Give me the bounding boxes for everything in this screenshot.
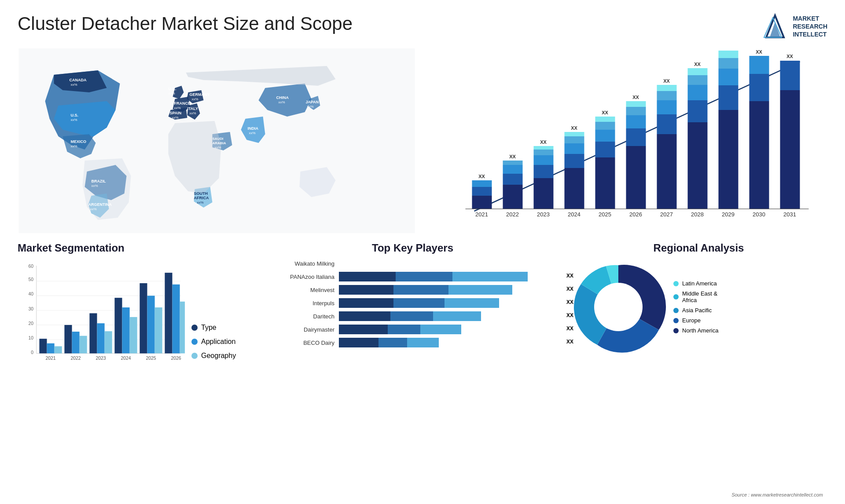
svg-rect-132 <box>105 331 112 353</box>
svg-text:XX: XX <box>663 78 670 84</box>
legend-type: Type <box>191 324 236 332</box>
legend-label-application: Application <box>201 338 235 346</box>
regional-title: Regional Analysis <box>570 242 827 254</box>
svg-text:XX: XX <box>540 139 547 145</box>
svg-rect-56 <box>565 136 584 143</box>
label-north-america: North America <box>682 327 718 334</box>
svg-text:50: 50 <box>28 277 33 282</box>
segmentation-legend: Type Application Geography <box>191 324 236 373</box>
player-name-daritech: Daritech <box>264 313 334 320</box>
svg-text:XX: XX <box>571 125 577 131</box>
svg-text:2031: 2031 <box>783 211 796 218</box>
svg-text:xx%: xx% <box>197 201 204 205</box>
player-bar-melinvest: XX <box>339 285 561 295</box>
svg-rect-45 <box>503 161 523 165</box>
legend-application: Application <box>191 338 236 346</box>
regional-analysis-section: Regional Analysis <box>570 242 827 500</box>
svg-rect-85 <box>719 69 738 85</box>
dot-latin-america <box>673 281 679 286</box>
svg-rect-47 <box>534 178 554 209</box>
svg-rect-72 <box>657 114 677 134</box>
svg-text:XX: XX <box>602 110 608 115</box>
svg-rect-126 <box>64 325 72 354</box>
svg-text:xx%: xx% <box>90 207 97 211</box>
svg-rect-142 <box>165 273 172 353</box>
svg-text:ARGENTINA: ARGENTINA <box>88 202 112 207</box>
svg-text:2027: 2027 <box>660 211 673 218</box>
svg-rect-55 <box>565 143 584 154</box>
svg-rect-136 <box>130 317 137 354</box>
svg-rect-75 <box>657 85 677 91</box>
svg-text:xx%: xx% <box>192 97 198 101</box>
dot-asia-pacific <box>673 308 679 313</box>
svg-rect-69 <box>626 101 646 107</box>
legend-label-geography: Geography <box>201 352 236 360</box>
dot-middle-east <box>673 294 679 299</box>
svg-rect-131 <box>97 323 105 353</box>
svg-rect-80 <box>688 75 708 85</box>
player-name-beco: BECO Dairy <box>264 340 334 346</box>
svg-rect-89 <box>749 101 769 209</box>
svg-rect-78 <box>688 100 708 122</box>
svg-rect-48 <box>534 165 554 178</box>
svg-text:2026: 2026 <box>171 356 181 361</box>
svg-rect-43 <box>503 174 523 185</box>
label-asia-pacific: Asia Pacific <box>682 307 712 314</box>
svg-text:CANADA: CANADA <box>70 78 87 82</box>
donut-chart <box>570 259 667 355</box>
svg-rect-94 <box>780 61 800 90</box>
svg-rect-59 <box>595 157 615 209</box>
svg-text:xx%: xx% <box>71 83 77 87</box>
svg-text:2023: 2023 <box>537 211 550 218</box>
legend-latin-america: Latin America <box>673 280 718 287</box>
header: Cluster Detacher Market Size and Scope M… <box>18 13 827 40</box>
svg-text:2023: 2023 <box>96 356 106 361</box>
svg-text:XX: XX <box>786 54 793 59</box>
svg-rect-66 <box>626 128 646 146</box>
svg-rect-67 <box>626 115 646 128</box>
svg-text:U.K.: U.K. <box>169 87 176 91</box>
logo-text: MARKET RESEARCH INTELLECT <box>793 15 827 39</box>
svg-rect-128 <box>80 336 87 354</box>
svg-text:0: 0 <box>31 350 33 355</box>
svg-rect-87 <box>719 51 738 58</box>
player-bar-beco: XX <box>339 338 561 347</box>
svg-text:2025: 2025 <box>146 356 156 361</box>
label-europe: Europe <box>682 317 701 324</box>
svg-text:SAUDI: SAUDI <box>213 137 224 141</box>
legend-geography: Geography <box>191 352 236 360</box>
svg-text:30: 30 <box>28 307 33 311</box>
svg-rect-74 <box>657 91 677 100</box>
svg-rect-127 <box>72 332 80 353</box>
svg-text:AFRICA: AFRICA <box>194 196 209 200</box>
svg-text:2030: 2030 <box>753 211 765 218</box>
player-name-panazoo: PANAzoo Italiana <box>264 274 334 280</box>
svg-rect-71 <box>657 134 677 209</box>
player-bar-interpuls: XX <box>339 298 561 308</box>
svg-text:xx%: xx% <box>279 100 285 104</box>
svg-text:60: 60 <box>28 264 33 269</box>
svg-text:xx%: xx% <box>71 118 77 122</box>
key-players-section: Top Key Players Waikato Milking PANAzoo … <box>264 242 561 500</box>
svg-text:2022: 2022 <box>70 356 81 361</box>
player-row-interpuls: Interpuls XX <box>264 298 561 308</box>
legend-dot-application <box>191 339 198 345</box>
player-row-daritech: Daritech XX <box>264 311 561 321</box>
label-middle-east: Middle East &Africa <box>682 290 717 303</box>
svg-rect-140 <box>155 307 162 354</box>
svg-text:XX: XX <box>478 174 485 179</box>
svg-rect-143 <box>173 285 180 354</box>
world-map-svg: CANADA xx% U.S. xx% MEXICO xx% BRAZIL xx… <box>18 48 416 233</box>
player-bar-dairymaster: XX <box>339 325 561 334</box>
player-bar-panazoo: XX <box>339 272 561 281</box>
legend-europe: Europe <box>673 317 718 324</box>
svg-point-146 <box>594 283 643 331</box>
svg-rect-144 <box>180 302 185 354</box>
svg-rect-123 <box>47 343 55 354</box>
svg-rect-86 <box>719 58 738 69</box>
svg-text:SPAIN: SPAIN <box>170 111 182 115</box>
svg-rect-53 <box>565 168 584 209</box>
svg-rect-135 <box>122 307 130 354</box>
svg-rect-50 <box>534 150 554 155</box>
svg-text:XX: XX <box>632 95 639 100</box>
